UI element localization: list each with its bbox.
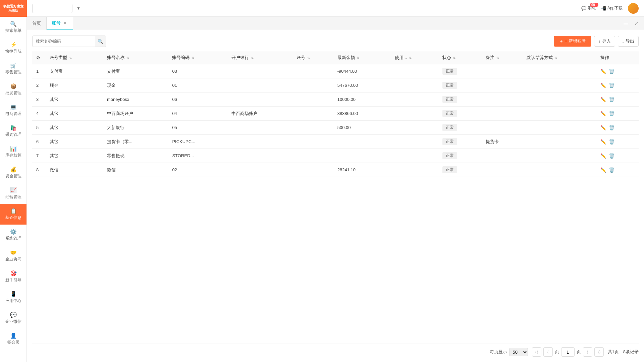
row-bank [227,93,292,107]
edit-icon[interactable]: ✏️ [600,97,606,102]
row-code: 06 [168,93,227,107]
sidebar-item-wxwork[interactable]: 💬 企业微信 [0,308,26,328]
first-page-button[interactable]: ⟨⟨ [532,347,541,357]
sidebar-item-ecommerce[interactable]: 💻 电商管理 [0,100,26,121]
delete-icon[interactable]: 🗑️ [609,83,614,88]
per-page-select[interactable]: 50 20 100 [509,348,528,356]
last-page-button[interactable]: ⟩⟩ [594,347,604,357]
tab-close-icon[interactable]: ✕ [63,20,67,26]
row-type: 其它 [46,93,103,107]
message-badge: 99+ [590,3,598,7]
row-type: 其它 [46,135,103,149]
col-default-settle[interactable]: 默认结算方式 ⇅ [523,51,596,64]
topbar: ▼ 💬 消息 99+ 📲 App下载 [27,0,644,17]
row-usage [391,163,438,177]
row-no: 3 [32,93,46,107]
sidebar-item-label: 畅会员 [1,340,25,345]
sidebar-item-operations[interactable]: 📈 经营管理 [0,183,26,204]
topbar-search-input[interactable] [32,4,72,13]
sidebar-item-inventory[interactable]: 📊 库存核算 [0,141,26,162]
row-usage [391,78,438,93]
page-number-input[interactable] [561,347,575,357]
sidebar-item-basic-info[interactable]: 📋 基础信息 [0,204,26,225]
delete-icon[interactable]: 🗑️ [609,153,614,159]
row-code: PICKUPC... [168,135,227,149]
row-name: 现金 [103,78,168,93]
edit-icon[interactable]: ✏️ [600,139,606,144]
tab-home[interactable]: 首页 [27,17,47,30]
row-actions: ✏️ 🗑️ [596,107,639,121]
tab-account-label: 账号 [52,20,61,26]
collab-icon: 🤝 [1,249,25,256]
row-balance: 383866.00 [333,107,391,121]
table-row: 4 其它 中百商场账户 04 中百商场账户 383866.00 正常 ✏️ 🗑️ [32,107,639,121]
row-type: 支付宝 [46,64,103,78]
next-page-button[interactable]: ⟩ [583,347,592,357]
sidebar-item-guide[interactable]: 🎯 新手引导 [0,266,26,287]
col-account[interactable]: 账号 ⇅ [292,51,333,64]
sidebar-item-search[interactable]: 🔍 搜索菜单 [0,17,26,38]
tabbar: 首页 账号 ✕ — ⤢ [27,17,644,30]
sidebar-item-collab[interactable]: 🤝 企业协同 [0,245,26,266]
sidebar-item-appcenter[interactable]: 📱 应用中心 [0,287,26,308]
col-name[interactable]: 账号名称 ⇅ [103,51,168,64]
col-status[interactable]: 状态 ⇅ [438,51,482,64]
sidebar-item-purchase[interactable]: 🛍️ 采购管理 [0,121,26,141]
sidebar-item-quicknav[interactable]: ⚡ 快捷导航 [0,38,26,58]
row-default-settle [523,78,596,93]
row-status: 正常 [438,78,482,93]
col-code[interactable]: 账号编码 ⇅ [168,51,227,64]
sidebar-item-label: 快捷导航 [1,49,25,54]
tab-maximize-button[interactable]: ⤢ [632,19,641,28]
col-type[interactable]: 账号类型 ⇅ [46,51,103,64]
delete-icon[interactable]: 🗑️ [609,97,614,102]
delete-icon[interactable]: 🗑️ [609,167,614,173]
topbar-dropdown[interactable]: ▼ [76,6,80,11]
sidebar-item-label: 批发管理 [1,90,25,96]
col-balance[interactable]: 最新余额 ⇅ [333,51,391,64]
delete-icon[interactable]: 🗑️ [609,111,614,116]
search-button[interactable]: 🔍 [95,36,106,47]
delete-icon[interactable]: 🗑️ [609,125,614,130]
export-button[interactable]: ↓ 导出 [618,36,639,47]
add-account-button[interactable]: ＋ + 新增账号 [554,36,591,47]
row-usage [391,149,438,163]
edit-icon[interactable]: ✏️ [600,111,606,116]
sidebar-item-wholesale[interactable]: 📦 批发管理 [0,79,26,100]
data-table-wrap: ⚙ 账号类型 ⇅ 账号名称 ⇅ 账号编码 ⇅ 开户银行 ⇅ 账号 ⇅ 最新余额 … [32,51,639,341]
logo-subtitle: 乐惠版 [3,8,23,13]
sidebar-item-member[interactable]: 👤 畅会员 [0,328,26,349]
sidebar-item-system[interactable]: ⚙️ 系统管理 [0,225,26,245]
row-actions: ✏️ 🗑️ [596,93,639,107]
col-settings[interactable]: ⚙ [32,51,46,64]
row-status: 正常 [438,135,482,149]
delete-icon[interactable]: 🗑️ [609,139,614,144]
prev-page-button[interactable]: ⟨ [543,347,553,357]
content-toolbar: 🔍 ＋ + 新增账号 ↑ 导入 ↓ 导出 [32,36,639,47]
logo: 畅捷通好生意 乐惠版 [0,0,27,17]
row-code: STORED... [168,149,227,163]
edit-icon[interactable]: ✏️ [600,167,606,173]
sidebar-item-finance[interactable]: 💰 资金管理 [0,162,26,183]
edit-icon[interactable]: ✏️ [600,69,606,74]
app-icon: 📲 [601,6,606,11]
sidebar-item-label: 基础信息 [1,215,25,221]
row-code: 04 [168,107,227,121]
search-input[interactable] [33,37,95,46]
col-usage[interactable]: 使用... ⇅ [391,51,438,64]
col-remark[interactable]: 备注 ⇅ [482,51,522,64]
account-table: ⚙ 账号类型 ⇅ 账号名称 ⇅ 账号编码 ⇅ 开户银行 ⇅ 账号 ⇅ 最新余额 … [32,51,639,177]
edit-icon[interactable]: ✏️ [600,125,606,130]
edit-icon[interactable]: ✏️ [600,153,606,159]
tab-account[interactable]: 账号 ✕ [47,17,73,30]
tab-minimize-button[interactable]: — [621,19,631,28]
import-button[interactable]: ↑ 导入 [594,36,615,47]
delete-icon[interactable]: 🗑️ [609,69,614,74]
app-download-button[interactable]: 📲 App下载 [601,5,623,11]
message-button[interactable]: 💬 消息 99+ [581,5,596,11]
sidebar-item-retail[interactable]: 🛒 零售管理 [0,58,26,79]
user-avatar[interactable] [628,3,639,14]
row-status: 正常 [438,93,482,107]
edit-icon[interactable]: ✏️ [600,83,606,88]
col-bank[interactable]: 开户银行 ⇅ [227,51,292,64]
